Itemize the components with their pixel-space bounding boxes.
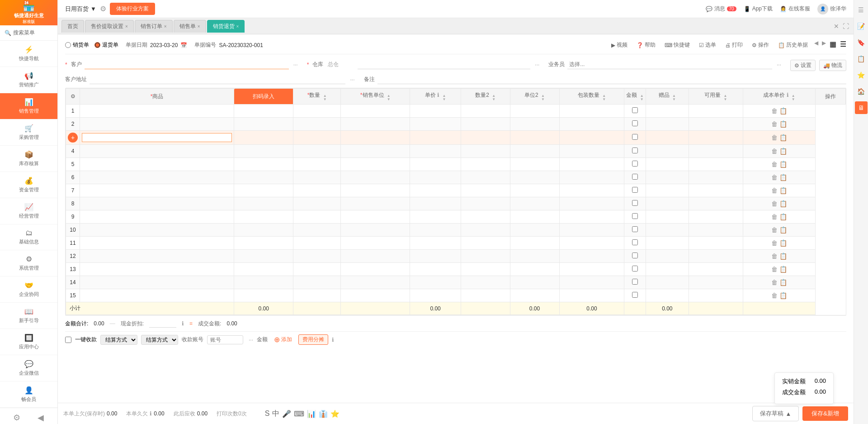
delete-row-button[interactable]: 🗑 bbox=[770, 278, 778, 287]
available-cell[interactable] bbox=[646, 184, 689, 197]
delete-row-button[interactable]: 🗑 bbox=[770, 106, 778, 115]
empty-cell[interactable] bbox=[341, 171, 410, 184]
cost-price-cell[interactable] bbox=[689, 224, 743, 237]
delete-row-button[interactable]: 🗑 bbox=[770, 119, 778, 129]
sidebar-item-purchase[interactable]: 🛒 采购管理 bbox=[0, 119, 57, 146]
calc-method-select[interactable]: 结算方式 bbox=[141, 335, 178, 345]
available-cell[interactable] bbox=[646, 197, 689, 210]
empty-cell[interactable] bbox=[559, 289, 624, 302]
cost-price-cell[interactable] bbox=[689, 184, 743, 197]
gift-cell[interactable] bbox=[624, 250, 646, 263]
empty-cell[interactable] bbox=[234, 131, 293, 145]
product-cell[interactable] bbox=[80, 131, 234, 145]
available-cell[interactable] bbox=[646, 105, 689, 118]
gift-checkbox[interactable] bbox=[632, 226, 638, 232]
gift-cell[interactable] bbox=[624, 145, 646, 158]
customer-input[interactable] bbox=[85, 60, 289, 69]
empty-cell[interactable] bbox=[293, 171, 341, 184]
copy-row-button[interactable]: 📋 bbox=[778, 238, 788, 248]
gift-cell[interactable] bbox=[624, 210, 646, 224]
settle-method-select[interactable]: 结算方式 bbox=[100, 335, 137, 345]
empty-cell[interactable] bbox=[559, 118, 624, 131]
gift-cell[interactable] bbox=[624, 289, 646, 302]
product-cell[interactable] bbox=[80, 263, 234, 276]
empty-cell[interactable] bbox=[234, 210, 293, 224]
available-sorter[interactable]: ▲▼ bbox=[724, 94, 727, 101]
fee-split-button[interactable]: 费用分摊 bbox=[298, 334, 328, 345]
copy-row-button[interactable]: 📋 bbox=[778, 119, 788, 129]
empty-cell[interactable] bbox=[410, 131, 461, 145]
empty-cell[interactable] bbox=[461, 131, 510, 145]
online-service-button[interactable]: 👩‍💼 在线客服 bbox=[780, 5, 810, 13]
empty-cell[interactable] bbox=[461, 158, 510, 171]
empty-cell[interactable] bbox=[293, 289, 341, 302]
cost-price-cell[interactable] bbox=[689, 197, 743, 210]
empty-cell[interactable] bbox=[510, 197, 559, 210]
breadcrumb-select[interactable]: 日用百货 ▼ bbox=[65, 5, 96, 13]
gift-checkbox[interactable] bbox=[632, 252, 638, 258]
right-panel-icon-5[interactable]: ⭐ bbox=[855, 69, 868, 81]
empty-cell[interactable] bbox=[341, 224, 410, 237]
empty-cell[interactable] bbox=[341, 210, 410, 224]
tool-icon-6[interactable]: 👔 bbox=[319, 410, 328, 418]
cost-price-cell[interactable] bbox=[689, 263, 743, 276]
app-download-button[interactable]: 📱 App下载 bbox=[744, 5, 773, 13]
product-cell[interactable] bbox=[80, 105, 234, 118]
history-btn[interactable]: 📋 历史单据 bbox=[775, 40, 811, 50]
qty-sorter[interactable]: ▲▼ bbox=[323, 94, 327, 101]
available-cell[interactable] bbox=[646, 224, 689, 237]
empty-cell[interactable] bbox=[234, 158, 293, 171]
available-cell[interactable] bbox=[646, 289, 689, 302]
empty-cell[interactable] bbox=[234, 237, 293, 250]
empty-cell[interactable] bbox=[293, 276, 341, 289]
amount-sorter[interactable]: ▲▼ bbox=[640, 94, 644, 101]
empty-cell[interactable] bbox=[410, 171, 461, 184]
copy-row-button[interactable]: 📋 bbox=[778, 225, 788, 234]
empty-cell[interactable] bbox=[234, 224, 293, 237]
empty-cell[interactable] bbox=[510, 171, 559, 184]
delete-row-button[interactable]: 🗑 bbox=[770, 265, 778, 274]
empty-cell[interactable] bbox=[461, 263, 510, 276]
cost-price-cell[interactable] bbox=[689, 171, 743, 184]
empty-cell[interactable] bbox=[510, 184, 559, 197]
empty-cell[interactable] bbox=[461, 250, 510, 263]
empty-cell[interactable] bbox=[234, 263, 293, 276]
delete-row-button[interactable]: 🗑 bbox=[770, 133, 778, 142]
tab-sale-price[interactable]: 售价提取设置 × bbox=[85, 20, 134, 33]
sidebar-item-wechat[interactable]: 💬 企业微信 bbox=[0, 355, 57, 381]
save-new-button[interactable]: 保存&新增 bbox=[802, 406, 848, 421]
available-cell[interactable] bbox=[646, 158, 689, 171]
right-panel-icon-2[interactable]: 📝 bbox=[855, 20, 868, 33]
nav-prev-icon[interactable]: ◀ bbox=[814, 40, 818, 50]
empty-cell[interactable] bbox=[410, 210, 461, 224]
empty-cell[interactable] bbox=[341, 276, 410, 289]
empty-cell[interactable] bbox=[234, 250, 293, 263]
copy-row-button[interactable]: 📋 bbox=[778, 173, 788, 182]
cost-price-cell[interactable] bbox=[689, 158, 743, 171]
add-payment-btn[interactable]: ⊕ 添加 bbox=[271, 334, 295, 345]
gift-sorter[interactable]: ▲▼ bbox=[672, 94, 676, 101]
product-input[interactable] bbox=[82, 133, 232, 142]
empty-cell[interactable] bbox=[461, 184, 510, 197]
warehouse-more-icon[interactable]: ··· bbox=[535, 62, 539, 68]
gift-checkbox[interactable] bbox=[632, 174, 638, 180]
available-cell[interactable] bbox=[646, 171, 689, 184]
empty-cell[interactable] bbox=[510, 105, 559, 118]
tab-sale-return[interactable]: 销货退货 × bbox=[207, 20, 245, 33]
empty-cell[interactable] bbox=[410, 118, 461, 131]
right-panel-icon-7[interactable]: 🖥 bbox=[855, 101, 868, 114]
available-cell[interactable] bbox=[646, 263, 689, 276]
empty-cell[interactable] bbox=[341, 158, 410, 171]
tool-icon-7[interactable]: ⭐ bbox=[330, 410, 340, 418]
empty-cell[interactable] bbox=[461, 105, 510, 118]
gift-checkbox[interactable] bbox=[632, 213, 638, 219]
product-cell[interactable] bbox=[80, 171, 234, 184]
qty2-sorter[interactable]: ▲▼ bbox=[492, 94, 495, 101]
cost-price-cell[interactable] bbox=[689, 131, 743, 145]
available-cell[interactable] bbox=[646, 237, 689, 250]
single-debt-icon[interactable]: ℹ bbox=[150, 410, 152, 417]
available-cell[interactable] bbox=[646, 131, 689, 145]
gift-cell[interactable] bbox=[624, 184, 646, 197]
empty-cell[interactable] bbox=[510, 250, 559, 263]
tool-icon-2[interactable]: 中 bbox=[272, 409, 279, 419]
